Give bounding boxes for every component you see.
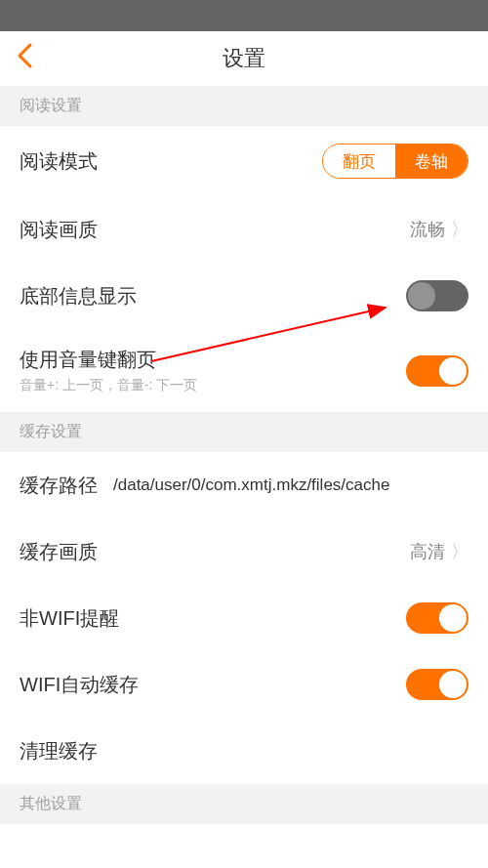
volume-page-turn-row: 使用音量键翻页 音量+: 上一页，音量-: 下一页 [0,329,488,412]
clear-cache-label: 清理缓存 [20,738,468,765]
section-header-reading: 阅读设置 [0,86,488,126]
segment-flip[interactable]: 翻页 [323,145,395,178]
cache-quality-row[interactable]: 缓存画质 高清 〉 [0,518,488,585]
section-header-other: 其他设置 [0,784,488,824]
reading-quality-row[interactable]: 阅读画质 流畅 〉 [0,196,488,263]
reading-quality-value: 流畅 [410,218,445,241]
segment-scroll[interactable]: 卷轴 [395,145,468,178]
toggle-knob [439,357,467,385]
cache-path-label: 缓存路径 [20,473,98,499]
reading-mode-label: 阅读模式 [20,148,322,175]
section-header-cache: 缓存设置 [0,412,488,452]
volume-page-turn-labels: 使用音量键翻页 音量+: 上一页，音量-: 下一页 [20,347,406,394]
chevron-right-icon: 〉 [451,540,468,563]
cache-path-value: /data/user/0/com.xmtj.mkz/files/cache [113,475,389,495]
wifi-auto-cache-label: WIFI自动缓存 [20,672,406,698]
clear-cache-row[interactable]: 清理缓存 [0,718,488,784]
page-title: 设置 [223,44,265,73]
cache-path-row[interactable]: 缓存路径 /data/user/0/com.xmtj.mkz/files/cac… [0,452,488,518]
toggle-knob [408,282,435,310]
volume-page-turn-toggle[interactable] [406,355,468,387]
bottom-info-label: 底部信息显示 [20,283,406,310]
volume-page-turn-subtitle: 音量+: 上一页，音量-: 下一页 [20,377,406,394]
cache-quality-value: 高清 [410,540,445,563]
wifi-auto-cache-toggle[interactable] [406,669,468,700]
reading-quality-label: 阅读画质 [20,217,410,243]
reading-mode-segmented[interactable]: 翻页 卷轴 [322,144,468,179]
volume-page-turn-label: 使用音量键翻页 [20,347,406,373]
bottom-info-toggle[interactable] [406,280,468,311]
cache-quality-label: 缓存画质 [20,539,410,565]
toggle-knob [439,671,467,698]
non-wifi-alert-toggle[interactable] [406,602,468,634]
non-wifi-alert-row: 非WIFI提醒 [0,585,488,651]
back-icon[interactable] [16,42,33,76]
wifi-auto-cache-row: WIFI自动缓存 [0,651,488,718]
non-wifi-alert-label: 非WIFI提醒 [20,605,406,632]
status-bar [0,0,488,31]
toggle-knob [439,604,467,632]
bottom-info-row: 底部信息显示 [0,263,488,329]
header: 设置 [0,31,488,86]
reading-mode-row: 阅读模式 翻页 卷轴 [0,126,488,196]
chevron-right-icon: 〉 [451,218,468,241]
